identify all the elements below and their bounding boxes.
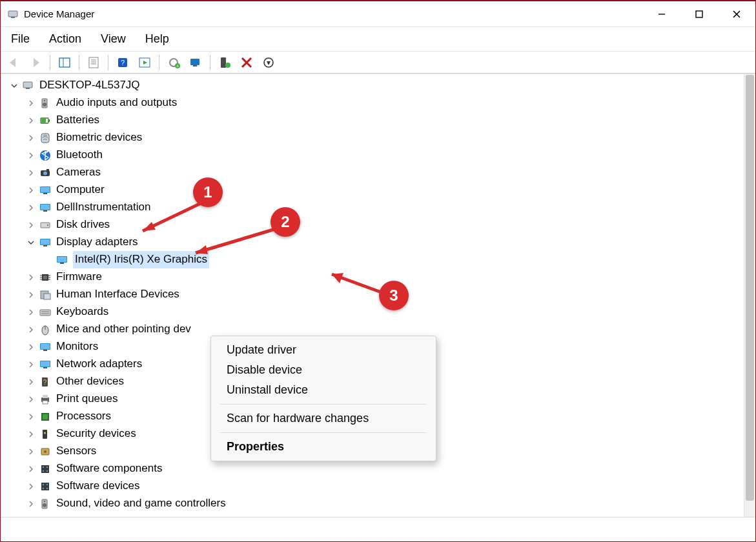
chevron-right-icon[interactable] xyxy=(25,167,37,179)
ctx-properties[interactable]: Properties xyxy=(211,437,436,457)
chevron-right-icon[interactable] xyxy=(25,446,37,457)
action-button[interactable] xyxy=(134,54,155,72)
toolbar: ? + xyxy=(1,52,755,74)
chevron-right-icon[interactable] xyxy=(25,289,37,301)
svg-point-96 xyxy=(43,487,44,488)
svg-text:?: ? xyxy=(121,59,125,66)
tree-item-label: Print queues xyxy=(56,390,117,407)
nav-forward-button[interactable] xyxy=(25,54,46,72)
svg-point-91 xyxy=(43,470,44,471)
annotation-marker-3: 3 xyxy=(379,281,409,310)
scan-hardware-button[interactable] xyxy=(185,54,206,72)
tree-device-intel-r-iris-r-xe-graphics[interactable]: Intel(R) Iris(R) Xe Graphics xyxy=(42,251,744,268)
svg-rect-1 xyxy=(11,17,15,18)
enable-device-button[interactable] xyxy=(214,54,235,72)
svg-point-97 xyxy=(46,487,48,488)
tree-category-software-devices[interactable]: Software devices xyxy=(25,477,744,495)
svg-text:+: + xyxy=(176,64,179,68)
tree-item-label: Network adapters xyxy=(56,356,142,372)
chevron-right-icon[interactable] xyxy=(25,463,37,475)
chevron-right-icon[interactable] xyxy=(25,498,37,510)
chevron-right-icon[interactable] xyxy=(25,115,37,126)
chevron-right-icon[interactable] xyxy=(25,150,37,161)
tree-category-sound-video-and-game-controllers[interactable]: Sound, video and game controllers xyxy=(25,495,744,512)
ctx-update-driver[interactable]: Update driver xyxy=(211,340,436,360)
update-driver-button[interactable]: + xyxy=(163,54,184,72)
svg-point-40 xyxy=(43,171,47,175)
svg-rect-51 xyxy=(41,239,50,245)
chevron-right-icon[interactable] xyxy=(25,132,37,144)
chevron-right-icon[interactable] xyxy=(25,306,37,318)
svg-marker-6 xyxy=(10,58,15,67)
maximize-button[interactable] xyxy=(680,1,718,26)
monitor-icon xyxy=(38,201,52,215)
chevron-right-icon[interactable] xyxy=(25,376,37,388)
chevron-right-icon[interactable] xyxy=(25,324,37,336)
svg-rect-88 xyxy=(41,465,49,473)
menu-view[interactable]: View xyxy=(99,31,127,47)
tree-item-label: Computer xyxy=(56,181,105,198)
chevron-down-icon[interactable] xyxy=(8,80,20,92)
disable-device-button[interactable] xyxy=(258,54,279,72)
chevron-right-icon[interactable] xyxy=(25,428,37,440)
svg-rect-29 xyxy=(23,82,32,88)
monitor-icon xyxy=(38,183,52,197)
uninstall-device-button[interactable] xyxy=(236,54,257,72)
svg-point-92 xyxy=(46,470,48,471)
tree-item-label: Monitors xyxy=(56,338,98,355)
svg-rect-3 xyxy=(696,11,702,17)
svg-rect-44 xyxy=(43,193,47,194)
window-title: Device Manager xyxy=(24,8,94,19)
tree-category-bluetooth[interactable]: Bluetooth xyxy=(25,146,744,164)
svg-rect-22 xyxy=(193,65,197,66)
chevron-right-icon[interactable] xyxy=(25,481,37,492)
chevron-right-icon[interactable] xyxy=(25,185,37,196)
tree-category-dellinstrumentation[interactable]: DellInstrumentation xyxy=(25,199,744,216)
svg-point-87 xyxy=(44,450,46,453)
ctx-uninstall-device[interactable]: Uninstall device xyxy=(211,380,436,400)
tree-item-label: DellInstrumentation xyxy=(56,199,150,216)
tree-item-label: Batteries xyxy=(56,112,99,128)
chevron-right-icon[interactable] xyxy=(25,359,37,370)
vertical-scrollbar[interactable] xyxy=(744,74,755,517)
menu-file[interactable]: File xyxy=(10,31,31,47)
tree-item-label: Intel(R) Iris(R) Xe Graphics xyxy=(73,251,209,268)
close-button[interactable] xyxy=(718,1,755,26)
chevron-down-icon[interactable] xyxy=(25,237,37,248)
tree-item-label: DESKTOP-4L537JQ xyxy=(39,77,140,94)
svg-marker-17 xyxy=(143,61,147,65)
camera-icon xyxy=(38,166,52,180)
chevron-right-icon[interactable] xyxy=(25,219,37,231)
tree-category-batteries[interactable]: Batteries xyxy=(25,112,744,129)
tree-root-node[interactable]: DESKTOP-4L537JQ xyxy=(8,77,744,94)
show-hide-console-tree-button[interactable] xyxy=(54,54,75,72)
menu-help[interactable]: Help xyxy=(144,31,170,47)
tree-category-disk-drives[interactable]: Disk drives xyxy=(25,216,744,234)
ctx-disable-device[interactable]: Disable device xyxy=(211,360,436,380)
help-button[interactable]: ? xyxy=(112,54,133,72)
svg-rect-66 xyxy=(40,310,50,316)
properties-button[interactable] xyxy=(83,54,104,72)
tree-category-software-components[interactable]: Software components xyxy=(25,460,744,477)
tree-category-biometric-devices[interactable]: Biometric devices xyxy=(25,129,744,146)
chevron-right-icon[interactable] xyxy=(25,394,37,405)
chevron-right-icon[interactable] xyxy=(25,272,37,283)
tree-category-cameras[interactable]: Cameras xyxy=(25,164,744,181)
chevron-right-icon[interactable] xyxy=(25,97,37,109)
tree-category-audio-inputs-and-outputs[interactable]: Audio inputs and outputs xyxy=(25,94,744,112)
scrollbar-thumb[interactable] xyxy=(746,75,754,501)
minimize-button[interactable] xyxy=(643,1,680,26)
unknown-icon: ? xyxy=(38,375,52,389)
svg-point-94 xyxy=(43,483,44,485)
nav-back-button[interactable] xyxy=(3,54,24,72)
tree-item-label: Firmware xyxy=(56,268,102,285)
chevron-right-icon[interactable] xyxy=(25,411,37,423)
chevron-right-icon[interactable] xyxy=(25,341,37,353)
device-manager-window: Device Manager File Action View Help xyxy=(0,0,756,542)
ctx-scan-hardware[interactable]: Scan for hardware changes xyxy=(211,408,436,428)
tree-category-computer[interactable]: Computer xyxy=(25,181,744,199)
menu-action[interactable]: Action xyxy=(48,31,83,47)
svg-rect-35 xyxy=(48,119,50,122)
chevron-right-icon[interactable] xyxy=(25,202,37,214)
tree-category-display-adapters[interactable]: Display adapters xyxy=(25,234,744,251)
